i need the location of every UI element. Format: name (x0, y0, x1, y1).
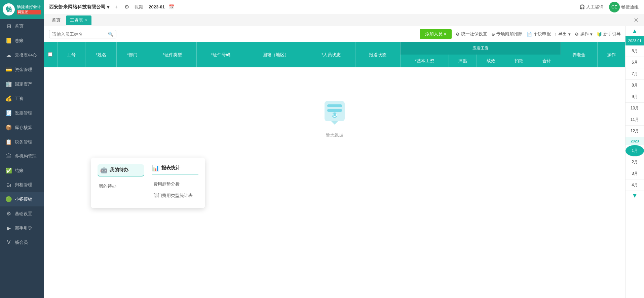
sidebar-item-home[interactable]: ⊞ 首页 (0, 19, 44, 33)
sidebar-item-multi-org[interactable]: 🏛 多机构管理 (0, 149, 44, 163)
th-group-salary: 应发工资 (400, 42, 561, 55)
sidebar-item-guide[interactable]: ▶ 新手引导 (0, 221, 44, 235)
special-deduction-icon: ⊕ (491, 32, 495, 37)
topbar: 西安虾米网络科技有限公司 ▾ + ⚙ 账期 2023-01 📅 🎧 人工咨询 C… (44, 0, 644, 14)
month-2022-6[interactable]: 6月 (626, 57, 644, 68)
sidebar-label-salary: 工资 (15, 96, 24, 102)
tax-filing-btn[interactable]: 📄 个税申报 (527, 31, 551, 37)
special-deduction-btn[interactable]: ⊕ 专项附加扣除 (491, 31, 523, 37)
month-2022-11[interactable]: 11月 (626, 114, 644, 126)
sidebar-item-member[interactable]: V 畅会员 (0, 235, 44, 250)
sidebar-item-settlement[interactable]: ✅ 结账 (0, 163, 44, 178)
month-panel-down[interactable]: ▼ (631, 191, 639, 201)
month-panel: ▲ 2023.01 5月 6月 7月 8月 9月 10月 11月 12月 202… (625, 26, 644, 298)
popup-col-todo: 🤖 我的待办 我的待办 (98, 164, 144, 201)
tab-close-button[interactable]: × (85, 18, 87, 23)
year-2023-label: 2023 (626, 137, 644, 145)
add-person-button[interactable]: 添加人员 ▾ (420, 29, 452, 39)
empty-row: 暂无数据 (44, 67, 625, 165)
sidebar-item-salary[interactable]: 💰 工资 (0, 91, 44, 106)
logo-text: 畅捷通好会计 (17, 4, 41, 10)
todo-icon: 🤖 (100, 166, 108, 174)
month-2022-9[interactable]: 9月 (626, 91, 644, 103)
tab-home[interactable]: 首页 (48, 15, 65, 25)
sidebar-item-expense[interactable]: 🟢 小畅报销 (0, 192, 44, 206)
month-2023-3[interactable]: 3月 (626, 168, 644, 179)
empty-text: 暂无数据 (326, 132, 343, 138)
popup-item-expense-trend[interactable]: 费用趋势分析 (152, 178, 198, 190)
operation-btn[interactable]: ⚙ 操作 ▾ (575, 31, 593, 37)
popup-item-todo[interactable]: 我的待办 (98, 180, 144, 192)
month-2023-2[interactable]: 2月 (626, 157, 644, 168)
month-2022-10[interactable]: 10月 (626, 103, 644, 114)
new-guide-btn[interactable]: 🔰 新手引导 (597, 31, 621, 37)
empty-icon (318, 94, 351, 128)
company-selector[interactable]: 西安虾米网络科技有限公司 ▾ (49, 4, 109, 10)
tab-close-global[interactable]: ✕ (632, 15, 640, 25)
sidebar-label-ledger: 总账 (15, 38, 24, 44)
search-input[interactable] (52, 32, 106, 37)
th-checkbox[interactable] (44, 42, 57, 67)
user-menu[interactable]: CE 畅捷通组 (609, 2, 639, 12)
month-2022-5[interactable]: 5月 (626, 45, 644, 57)
period-value[interactable]: 2023-01 (149, 4, 165, 9)
add-person-label: 添加人员 (425, 31, 443, 37)
th-region: 国籍（地区） (245, 42, 307, 67)
search-icon[interactable]: 🔍 (108, 32, 113, 37)
sidebar-label-archive: 归档管理 (15, 182, 32, 188)
sidebar-item-basic-settings[interactable]: ⚙ 基础设置 (0, 206, 44, 221)
add-dropdown-icon: ▾ (444, 32, 446, 37)
month-2022-12[interactable]: 12月 (626, 126, 644, 137)
operation-dropdown-icon: ▾ (590, 32, 593, 37)
tax-filing-label: 个税申报 (533, 31, 551, 37)
th-operation: 操作 (597, 42, 625, 67)
month-2023-1[interactable]: 1月 (626, 145, 644, 157)
tab-salary[interactable]: 工资表 × (66, 15, 91, 25)
operation-icon: ⚙ (575, 32, 579, 37)
guide-icon: ▶ (5, 225, 12, 231)
th-id-number: *证件号码 (196, 42, 245, 67)
support-label: 人工咨询 (586, 4, 604, 10)
multi-org-icon: 🏛 (5, 153, 12, 159)
logo-icon: 畅 (3, 3, 15, 15)
app-logo[interactable]: 畅 畅捷通好会计 网盟版 (0, 0, 44, 19)
sidebar-item-funds[interactable]: 💳 资金管理 (0, 62, 44, 77)
sidebar-item-fixed-assets[interactable]: 🏢 固定资产 (0, 77, 44, 91)
settings-icon: ⚙ (5, 210, 12, 217)
support-button[interactable]: 🎧 人工咨询 (579, 4, 604, 10)
export-icon: ↑ (555, 32, 557, 37)
month-2022-7[interactable]: 7月 (626, 68, 644, 80)
sidebar-label-fixed: 固定资产 (15, 81, 32, 87)
month-panel-up[interactable]: ▲ (631, 26, 639, 36)
sidebar-item-archive[interactable]: 🗂 归档管理 (0, 178, 44, 192)
sidebar-item-ledger[interactable]: 📒 总账 (0, 33, 44, 48)
calendar-icon[interactable]: 📅 (169, 4, 174, 9)
new-guide-label: 新手引导 (603, 31, 621, 37)
social-security-btn[interactable]: ⚙ 统一社保设置 (456, 31, 487, 37)
settlement-icon: ✅ (5, 167, 12, 174)
th-deduction: 扣款 (505, 55, 533, 67)
add-company-button[interactable]: + (113, 3, 119, 11)
sidebar-item-inventory[interactable]: 📦 库存核算 (0, 120, 44, 135)
sidebar-item-tax[interactable]: 📋 税务管理 (0, 135, 44, 149)
select-all-checkbox[interactable] (48, 52, 52, 57)
export-btn[interactable]: ↑ 导出 ▾ (555, 31, 571, 37)
th-personnel-status: *人员状态 (307, 42, 355, 67)
invoice-icon: 🧾 (5, 110, 12, 116)
sidebar-item-cloud-report[interactable]: ☁ 云报表中心 (0, 48, 44, 62)
expense-icon: 🟢 (5, 196, 12, 202)
sidebar-label-settings: 基础设置 (15, 211, 32, 217)
popup-col-report-label: 报表统计 (161, 165, 180, 171)
sidebar-item-invoice[interactable]: 🧾 发票管理 (0, 106, 44, 120)
month-2023-4[interactable]: 4月 (626, 179, 644, 191)
sidebar-label-guide: 新手引导 (15, 225, 32, 231)
inventory-icon: 📦 (5, 124, 12, 131)
popup-item-dept-expense[interactable]: 部门费用类型统计表 (152, 190, 198, 201)
home-icon: ⊞ (5, 23, 12, 29)
member-icon: V (5, 239, 12, 245)
ledger-icon: 📒 (5, 37, 12, 44)
svg-rect-2 (327, 109, 342, 112)
month-2022-8[interactable]: 8月 (626, 80, 644, 91)
th-dept: *部门 (117, 42, 148, 67)
settings-button[interactable]: ⚙ (123, 2, 130, 11)
